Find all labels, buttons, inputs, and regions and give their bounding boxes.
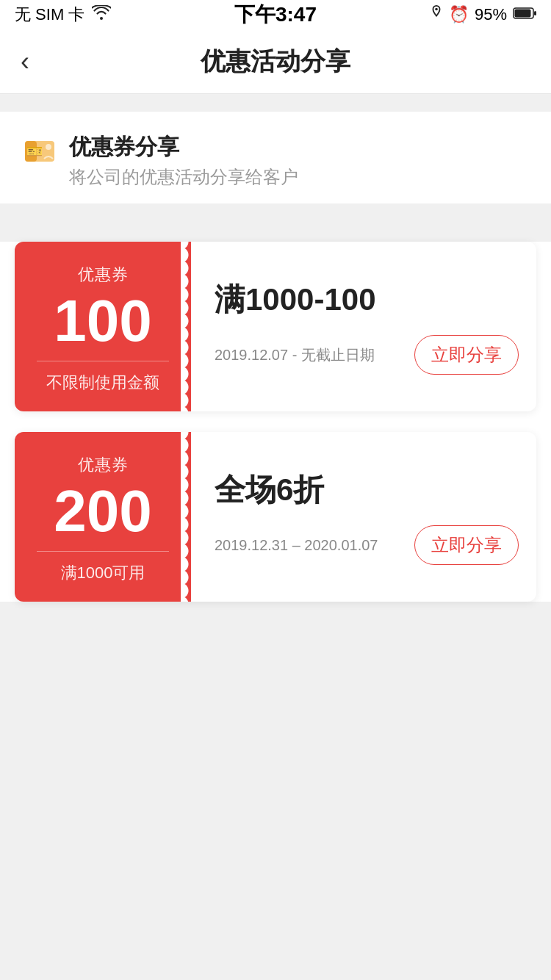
coupon-divider-2 [37, 551, 169, 552]
coupon-date-1: 2019.12.07 - 无截止日期 [215, 345, 406, 365]
wifi-icon [92, 5, 111, 24]
coupon-name-2: 全场6折 [215, 469, 519, 511]
section-gap-2 [0, 203, 551, 221]
section-header: 🎫 优惠券分享 将公司的优惠活动分享给客户 [0, 112, 551, 203]
coupon-card-2: 优惠券 200 满1000可用 全场6折 2019.12.31 – 2020.0… [15, 432, 536, 602]
section-icon: 🎫 [22, 134, 57, 169]
coupon-amount-2: 200 [37, 482, 169, 541]
coupon-label-1: 优惠券 [37, 264, 169, 286]
coupon-amount-1: 100 [37, 292, 169, 350]
coupon-right-1: 满1000-100 2019.12.07 - 无截止日期 立即分享 [191, 242, 536, 411]
coupon-footer-2: 2019.12.31 – 2020.01.07 立即分享 [215, 525, 519, 565]
nav-title: 优惠活动分享 [201, 45, 350, 79]
section-gap-1 [0, 94, 551, 112]
coupon-condition-1: 不限制使用金额 [37, 372, 169, 394]
status-bar: 无 SIM 卡 下午3:47 ⏰ 95% [0, 0, 551, 29]
alarm-icon: ⏰ [449, 5, 469, 24]
status-left: 无 SIM 卡 [15, 4, 111, 26]
svg-point-0 [435, 8, 438, 11]
section-subtitle: 将公司的优惠活动分享给客户 [69, 165, 298, 189]
coupon-list: 优惠券 100 不限制使用金额 满1000-100 2019.12.07 - 无… [0, 242, 551, 602]
svg-point-7 [46, 144, 51, 150]
share-button-1[interactable]: 立即分享 [414, 335, 519, 375]
svg-text:🎫: 🎫 [26, 143, 43, 159]
coupon-label-2: 优惠券 [37, 454, 169, 476]
svg-rect-3 [534, 11, 536, 15]
location-icon [430, 5, 443, 24]
coupon-left-1: 优惠券 100 不限制使用金额 [15, 242, 191, 411]
coupon-date-2: 2019.12.31 – 2020.01.07 [215, 535, 406, 555]
coupon-name-1: 满1000-100 [215, 279, 519, 320]
nav-bar: ‹ 优惠活动分享 [0, 29, 551, 94]
back-button[interactable]: ‹ [21, 48, 29, 75]
coupon-divider-1 [37, 361, 169, 361]
coupon-condition-2: 满1000可用 [37, 562, 169, 584]
svg-rect-2 [515, 10, 531, 18]
bottom-space [0, 622, 551, 843]
coupon-card-1: 优惠券 100 不限制使用金额 满1000-100 2019.12.07 - 无… [15, 242, 536, 411]
status-right: ⏰ 95% [430, 5, 536, 24]
coupon-right-2: 全场6折 2019.12.31 – 2020.01.07 立即分享 [191, 432, 536, 602]
battery-text: 95% [475, 5, 507, 24]
coupon-footer-1: 2019.12.07 - 无截止日期 立即分享 [215, 335, 519, 375]
section-text-wrap: 优惠券分享 将公司的优惠活动分享给客户 [69, 132, 298, 189]
section-title: 优惠券分享 [69, 132, 298, 161]
status-time: 下午3:47 [234, 1, 317, 29]
carrier-text: 无 SIM 卡 [15, 4, 84, 26]
share-button-2[interactable]: 立即分享 [414, 525, 519, 565]
coupon-left-2: 优惠券 200 满1000可用 [15, 432, 191, 602]
battery-icon [513, 5, 536, 24]
